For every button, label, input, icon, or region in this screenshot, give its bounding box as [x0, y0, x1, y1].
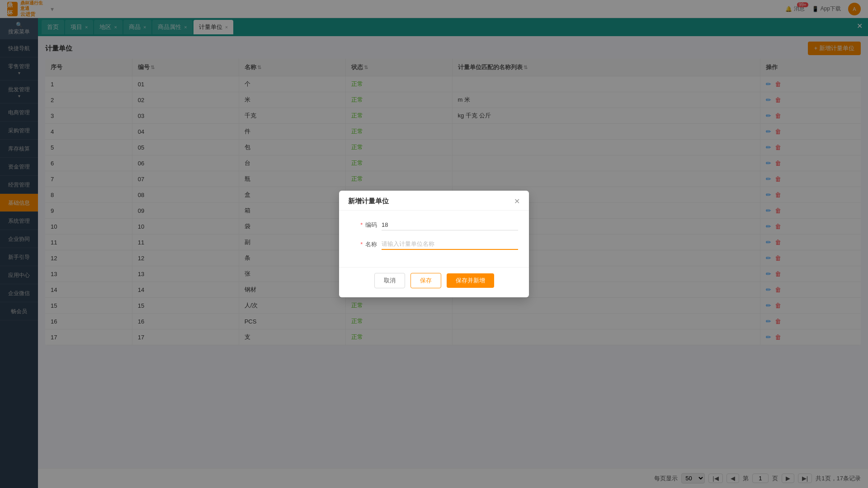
save-button[interactable]: 保存	[410, 273, 441, 288]
app-container: 鼎杯 鼎杯通行生意通 云进货 ▾ 🔔 消息 99+ 📱 App下载 A	[0, 0, 868, 488]
modal-close-button[interactable]: ✕	[514, 198, 520, 205]
form-item-name: * 名称	[350, 239, 518, 250]
modal-body: * 编码 * 名称	[339, 211, 529, 267]
modal-footer: 取消 保存 保存并新增	[339, 267, 529, 297]
code-input[interactable]	[382, 220, 518, 230]
modal-title: 新增计量单位	[348, 197, 389, 206]
modal-overlay: 新增计量单位 ✕ * 编码 * 名称	[0, 0, 868, 488]
required-star-code: *	[360, 221, 363, 228]
cancel-button[interactable]: 取消	[374, 273, 405, 288]
name-label: * 名称	[350, 240, 377, 249]
add-unit-modal: 新增计量单位 ✕ * 编码 * 名称	[339, 191, 529, 297]
form-item-code: * 编码	[350, 220, 518, 230]
required-star-name: *	[360, 241, 363, 248]
name-input[interactable]	[382, 239, 518, 250]
save-and-new-button[interactable]: 保存并新增	[447, 273, 494, 288]
code-label: * 编码	[350, 221, 377, 229]
modal-header: 新增计量单位 ✕	[339, 191, 529, 211]
